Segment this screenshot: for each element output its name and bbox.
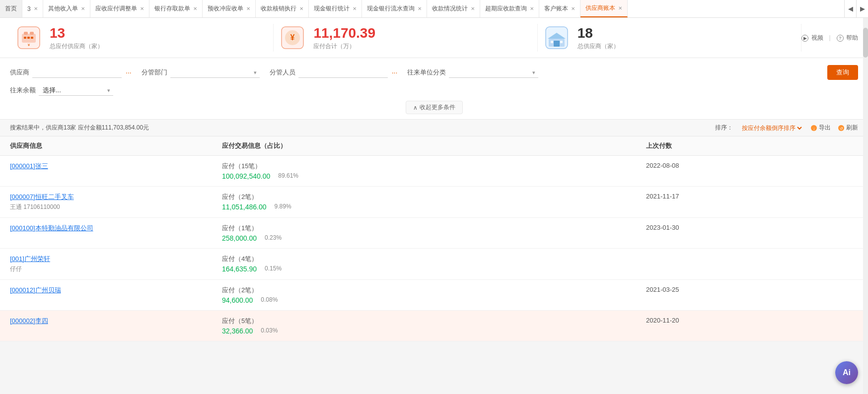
- supplier-link-3[interactable]: [000100]本特勤油品有限公司: [10, 224, 222, 233]
- tab-3-label: 3: [27, 5, 31, 12]
- pay-amount-1[interactable]: 100,092,540.00: [222, 172, 270, 180]
- pay-amount-4[interactable]: 164,635.90: [222, 265, 257, 273]
- pay-amount-5[interactable]: 94,600.00: [222, 296, 253, 304]
- nav-tab-ar-ap-adjust[interactable]: 应收应付调整单 ✕: [90, 0, 149, 17]
- last-pay-cell-1: 2022-08-08: [646, 162, 858, 169]
- close-icon[interactable]: ✕: [140, 6, 144, 11]
- table-row: [000007]恒旺二手叉车 王通 17106110000 应付（2笔） 11,…: [0, 187, 868, 218]
- export-icon: ↓: [810, 125, 817, 131]
- sort-label: 排序：: [715, 124, 733, 132]
- total-amount-label: 应付合计（万）: [313, 42, 375, 51]
- summary-bar: ¥ 13 总应付供应商（家） ¥ 11,170.39 应付合计（万）: [0, 18, 868, 58]
- dept-field: 分管部门: [142, 67, 260, 78]
- svg-rect-3: [30, 32, 34, 35]
- pay-amount-2[interactable]: 11,051,486.00: [222, 203, 267, 211]
- close-icon[interactable]: ✕: [471, 6, 475, 11]
- close-icon[interactable]: ✕: [299, 6, 303, 11]
- cash-bank-stat-label: 现金银行统计: [314, 4, 350, 13]
- supplier-total-icon: [543, 24, 571, 52]
- nav-tab-other-income[interactable]: 其他收入单 ✕: [43, 0, 90, 17]
- nav-tab-customer-ledger[interactable]: 客户账本 ✕: [539, 0, 580, 17]
- last-pay-date-1: 2022-08-08: [646, 162, 679, 169]
- help-link[interactable]: ? 帮助: [837, 34, 858, 42]
- col-last-pay: 上次付数: [646, 141, 858, 150]
- nav-tab-overdue-query[interactable]: 超期应收款查询 ✕: [480, 0, 539, 17]
- pay-percent-2: 9.89%: [275, 203, 291, 210]
- summary-card-total-suppliers: 18 总供应商（家）: [538, 24, 801, 52]
- svg-rect-6: [31, 37, 33, 39]
- collect-stat-label: 收款情况统计: [432, 4, 468, 13]
- help-circle-icon: ?: [837, 35, 844, 42]
- nav-tab-bank-deposit[interactable]: 银行存取款单 ✕: [149, 0, 203, 17]
- pay-percent-1: 89.61%: [278, 172, 298, 179]
- total-amount-number: 11,170.39: [313, 25, 375, 42]
- supplier-link-6[interactable]: [000002]李四: [10, 317, 222, 326]
- collapse-button[interactable]: ∧ 收起更多条件: [406, 101, 463, 114]
- supplier-link-2[interactable]: [000007]恒旺二手叉车: [10, 193, 222, 201]
- customer-ledger-label: 客户账本: [544, 4, 568, 13]
- close-icon[interactable]: ✕: [246, 6, 250, 11]
- result-info: 搜索结果中，供应商13家 应付金额111,703,854.00元: [10, 124, 149, 132]
- close-icon[interactable]: ✕: [34, 6, 38, 11]
- nav-arrows: ◀ ▶: [844, 0, 868, 18]
- close-icon[interactable]: ✕: [353, 6, 357, 11]
- supplier-dots-btn[interactable]: ···: [126, 68, 132, 76]
- pay-amount-6[interactable]: 32,366.00: [222, 327, 253, 335]
- supplier-link-1[interactable]: [000001]张三: [10, 162, 222, 171]
- pay-amount-3[interactable]: 258,000.00: [222, 234, 257, 242]
- unit-category-select[interactable]: [449, 67, 538, 78]
- other-income-label: 其他收入单: [48, 4, 78, 13]
- nav-tab-supplier-ledger[interactable]: 供应商账本 ✕: [580, 0, 628, 17]
- bank-deposit-label: 银行存取款单: [154, 4, 190, 13]
- supplier-link-5[interactable]: [000012]广州贝瑞: [10, 286, 222, 295]
- last-pay-date-2: 2021-11-17: [646, 193, 679, 200]
- total-suppliers-number: 18: [578, 25, 619, 42]
- last-pay-date-6: 2020-11-20: [646, 317, 679, 324]
- table-container: 供应商信息 应付交易信息（占比） 上次付数 [000001]张三 应付（15笔）…: [0, 136, 868, 341]
- supplier-input[interactable]: [32, 67, 122, 78]
- svg-rect-5: [27, 37, 30, 39]
- close-icon[interactable]: ✕: [418, 6, 422, 11]
- close-icon[interactable]: ✕: [618, 5, 622, 11]
- scrollbar-thumb[interactable]: [863, 28, 868, 58]
- prepay-collect-label: 预收冲应收单: [208, 4, 243, 13]
- pay-label-5: 应付（2笔）: [222, 286, 646, 295]
- pay-label-6: 应付（5笔）: [222, 317, 646, 326]
- collapse-chevron-icon: ∧: [413, 104, 418, 111]
- nav-tab-collect-stat[interactable]: 收款情况统计 ✕: [427, 0, 480, 17]
- search-row-1: 供应商 ··· 分管部门 分管人员 ··· 往来单位分类: [10, 65, 858, 80]
- table-row: [000012]广州贝瑞 应付（2笔） 94,600.00 0.08% 2021…: [0, 280, 868, 311]
- query-button[interactable]: 查询: [827, 65, 858, 80]
- supplier-link-4[interactable]: [001]广州荣轩: [10, 255, 222, 263]
- nav-tab-prepay-collect[interactable]: 预收冲应收单 ✕: [203, 0, 256, 17]
- close-icon[interactable]: ✕: [81, 6, 85, 11]
- dept-select[interactable]: [170, 67, 260, 78]
- person-dots-btn[interactable]: ···: [392, 68, 398, 76]
- refresh-button[interactable]: ↺ 刷新: [838, 124, 858, 132]
- export-button[interactable]: ↓ 导出: [810, 124, 831, 132]
- unit-category-field: 往来单位分类: [407, 67, 538, 78]
- scrollbar-track[interactable]: [863, 18, 868, 341]
- sort-select[interactable]: 按应付余额倒序排序: [740, 124, 803, 132]
- nav-tab-cash-bank-stat[interactable]: 现金银行统计 ✕: [309, 0, 362, 17]
- nav-tab-3[interactable]: 3 ✕: [22, 0, 43, 17]
- right-actions: 排序： 按应付余额倒序排序 ↓ 导出 ↺ 刷新: [715, 124, 858, 132]
- nav-tab-cash-bank-flow[interactable]: 现金银行流水查询 ✕: [362, 0, 427, 17]
- collapse-area: ∧ 收起更多条件: [10, 101, 858, 114]
- nav-tab-collect-verify[interactable]: 收款核销执行 ✕: [256, 0, 309, 17]
- close-icon[interactable]: ✕: [193, 6, 197, 11]
- cash-bank-flow-label: 现金银行流水查询: [367, 4, 415, 13]
- summary-card-payable-suppliers: ¥ 13 总应付供应商（家）: [10, 24, 274, 52]
- close-icon[interactable]: ✕: [571, 6, 575, 11]
- balance-select[interactable]: 选择...: [39, 85, 113, 96]
- close-icon[interactable]: ✕: [530, 6, 534, 11]
- person-input[interactable]: [298, 67, 388, 78]
- nav-prev-arrow[interactable]: ◀: [844, 0, 856, 18]
- nav-next-arrow[interactable]: ▶: [856, 0, 868, 18]
- col-supplier-info: 供应商信息: [10, 141, 222, 150]
- nav-tab-home[interactable]: 首页: [0, 0, 22, 17]
- search-area: 供应商 ··· 分管部门 分管人员 ··· 往来单位分类: [0, 58, 868, 120]
- pay-cell-1: 应付（15笔） 100,092,540.00 89.61%: [222, 162, 646, 180]
- pay-percent-3: 0.23%: [265, 234, 282, 241]
- video-link[interactable]: ▶ 视频: [801, 34, 823, 42]
